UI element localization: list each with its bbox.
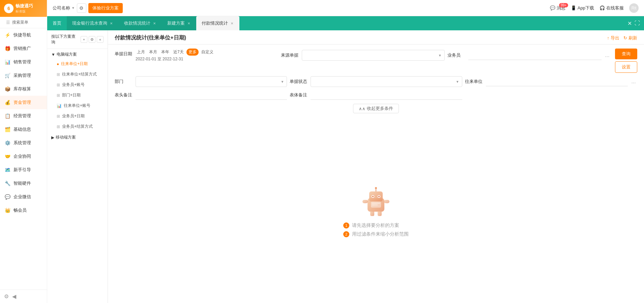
doc-status-label: 单据状态 [290, 79, 309, 85]
sidebar: 6 畅捷通巧 标准版 ☰ 搜索菜单 ⚡ 快捷导航 🎁 营销推广 📊 销售管理 🛒… [0, 0, 47, 303]
desktop-scheme-group[interactable]: ▼ 电脑端方案 [47, 49, 108, 59]
left-panel-add-button[interactable]: + [81, 36, 87, 43]
operations-icon: 📋 [4, 113, 11, 119]
left-panel: 按以下方案查询 + ⚙ « ▼ 电脑端方案 ● 往来单位+日期 ⊞ 往来单位+结… [47, 30, 108, 303]
refresh-label: 刷新 [628, 35, 637, 41]
tab-receipt-stats[interactable]: 收款情况统计 ✕ [119, 16, 162, 30]
app-download-button[interactable]: 📱 App下载 [571, 5, 594, 11]
empty-hint-1: 1 请先选择要分析的方案 [343, 222, 409, 229]
page-header-actions: ↑ 导出 ↻ 刷新 [607, 35, 638, 41]
tab-home[interactable]: 首页 [47, 16, 67, 30]
tab-payment-stats[interactable]: 付款情况统计 ✕ [196, 16, 239, 30]
shortcut-last-month[interactable]: 上月 [136, 49, 146, 56]
body-note-input[interactable] [311, 90, 462, 100]
doc-status-filter-cell: 单据状态 ▼ [290, 76, 462, 87]
sidebar-item-basic[interactable]: 🗂️ 基础信息 [0, 123, 47, 136]
user-avatar[interactable]: Rit [629, 3, 639, 13]
dept-filter-cell: 部门 ▼ [115, 76, 287, 87]
partner-filter-cell: 往来单位 … [465, 76, 637, 87]
header-note-filter-cell: 表头备注 [115, 90, 287, 100]
inventory-icon: 📦 [4, 86, 11, 92]
shortcut-this-year[interactable]: 本年 [160, 49, 171, 56]
shortcut-7days[interactable]: 近7天 [172, 49, 185, 56]
footer-collapse-icon[interactable]: ◀ [12, 293, 16, 300]
trial-button[interactable]: 体验行业方案 [88, 3, 123, 13]
export-button[interactable]: ↑ 导出 [607, 35, 620, 41]
tab-receipt-stats-close-icon[interactable]: ✕ [152, 21, 156, 26]
filter-settings-button[interactable]: 设置 [615, 61, 637, 73]
top-settings-button[interactable]: ⚙ [77, 3, 86, 13]
collapse-button[interactable]: ∧∧ 收起更多条件 [353, 104, 399, 113]
shortcut-custom[interactable]: 自定义 [200, 49, 215, 56]
dept-select[interactable]: ▼ [136, 76, 287, 87]
purchase-icon: 🛒 [4, 72, 11, 79]
scheme-item-unit-date[interactable]: ● 往来单位+日期 [47, 59, 108, 69]
finance-icon: 💰 [4, 99, 11, 106]
shortcut-this-month[interactable]: 本月 [148, 49, 158, 56]
basic-icon: 🗂️ [4, 126, 11, 133]
sidebar-item-operations[interactable]: 📋 经营管理 [0, 109, 47, 123]
scheme-icon-1: ⊞ [57, 72, 60, 77]
staff-more-icon[interactable]: … [604, 53, 611, 58]
sidebar-item-member[interactable]: 👑 畅会员 [0, 204, 47, 217]
messages-button[interactable]: 💬 消息 99+ [550, 5, 565, 11]
online-service-button[interactable]: 🎧 在线客服 [599, 5, 624, 11]
refresh-button[interactable]: ↻ 刷新 [623, 35, 637, 41]
source-doc-label: 来源单据 [281, 52, 300, 58]
scheme-item-staff-date[interactable]: ⊞ 业务员+日期 [47, 111, 108, 121]
scheme-item-unit-account[interactable]: 📊 往来单位+账号 [47, 100, 108, 111]
sidebar-item-enterprise[interactable]: 🤝 企业协同 [0, 150, 47, 163]
company-select[interactable]: 公司名称 ▼ [53, 5, 75, 11]
online-service-label: 在线客服 [606, 5, 624, 11]
footer-settings-icon[interactable]: ⚙ [4, 293, 9, 300]
header-note-input[interactable] [136, 90, 287, 100]
tab-payment-stats-close-icon[interactable]: ✕ [230, 21, 234, 26]
search-menu-button[interactable]: ☰ 搜索菜单 [0, 17, 47, 28]
left-panel-settings-button[interactable]: ⚙ [89, 36, 95, 43]
partner-input[interactable] [486, 77, 628, 86]
online-service-icon: 🎧 [599, 5, 605, 10]
mobile-scheme-group[interactable]: ▶ 移动端方案 [47, 132, 108, 142]
marketing-icon: 🎁 [4, 45, 11, 52]
scheme-icon-4: 📊 [57, 103, 62, 108]
sidebar-item-finance[interactable]: 💰 资金管理 [0, 96, 47, 109]
left-panel-collapse-button[interactable]: « [97, 36, 104, 43]
tab-expand-icon[interactable]: ⛶ [635, 20, 640, 26]
mobile-scheme-label: 移动端方案 [56, 134, 76, 140]
sidebar-item-marketing[interactable]: 🎁 营销推广 [0, 42, 47, 55]
sidebar-item-inventory[interactable]: 📦 库存核算 [0, 82, 47, 96]
sidebar-item-wechat[interactable]: 💬 企业微信 [0, 190, 47, 204]
tab-new-scheme-close-icon[interactable]: ✕ [187, 21, 191, 26]
sidebar-item-hardware[interactable]: 🔧 智能硬件 [0, 177, 47, 190]
scheme-item-unit-settle[interactable]: ⊞ 往来单位+结算方式 [47, 69, 108, 80]
sidebar-item-purchase[interactable]: 🛒 采购管理 [0, 69, 47, 82]
partner-more-icon[interactable]: … [630, 79, 637, 84]
top-bar-left: 公司名称 ▼ ⚙ 体验行业方案 [53, 3, 547, 13]
staff-input-area [468, 51, 602, 60]
right-panel: 付款情况统计(往来单位+日期) ↑ 导出 ↻ 刷新 [108, 30, 644, 303]
sidebar-item-guide[interactable]: 🗺️ 新手引导 [0, 163, 47, 177]
top-bar-right: 💬 消息 99+ 📱 App下载 🎧 在线客服 Rit [550, 3, 639, 13]
shortcut-more[interactable]: 更多 [186, 49, 199, 56]
sidebar-subtitle: 标准版 [16, 9, 33, 14]
desktop-scheme-group-label: 电脑端方案 [57, 52, 77, 57]
main-area: 公司名称 ▼ ⚙ 体验行业方案 💬 消息 99+ 📱 App下载 🎧 在线客服 [47, 0, 644, 303]
scheme-icon-5: ⊞ [57, 114, 60, 119]
sidebar-item-system[interactable]: ⚙️ 系统管理 [0, 136, 47, 150]
scheme-item-staff-settle[interactable]: ⊞ 业务员+结算方式 [47, 121, 108, 132]
query-button[interactable]: 查询 [615, 49, 637, 59]
tab-bank-flow[interactable]: 现金银行流水查询 ✕ [67, 16, 119, 30]
scheme-item-staff-account[interactable]: ⊞ 业务员+账号 [47, 80, 108, 90]
sidebar-item-quick-nav[interactable]: ⚡ 快捷导航 [0, 28, 47, 42]
doc-status-select[interactable]: ▼ [311, 76, 462, 87]
source-doc-select[interactable]: ▼ [302, 50, 444, 61]
scheme-item-dept-date[interactable]: ⊞ 部门+日期 [47, 90, 108, 100]
tab-new-scheme[interactable]: 新建方案 ✕ [162, 16, 196, 30]
collapse-label: 收起更多条件 [367, 105, 393, 112]
app-download-icon: 📱 [571, 5, 576, 10]
staff-filter-cell: 业务员 … [447, 49, 611, 62]
tab-close-all-icon[interactable]: ✕ [627, 20, 632, 27]
doc-status-arrow: ▼ [456, 80, 459, 84]
sidebar-item-sales[interactable]: 📊 销售管理 [0, 55, 47, 69]
tab-bank-flow-close-icon[interactable]: ✕ [109, 21, 113, 26]
